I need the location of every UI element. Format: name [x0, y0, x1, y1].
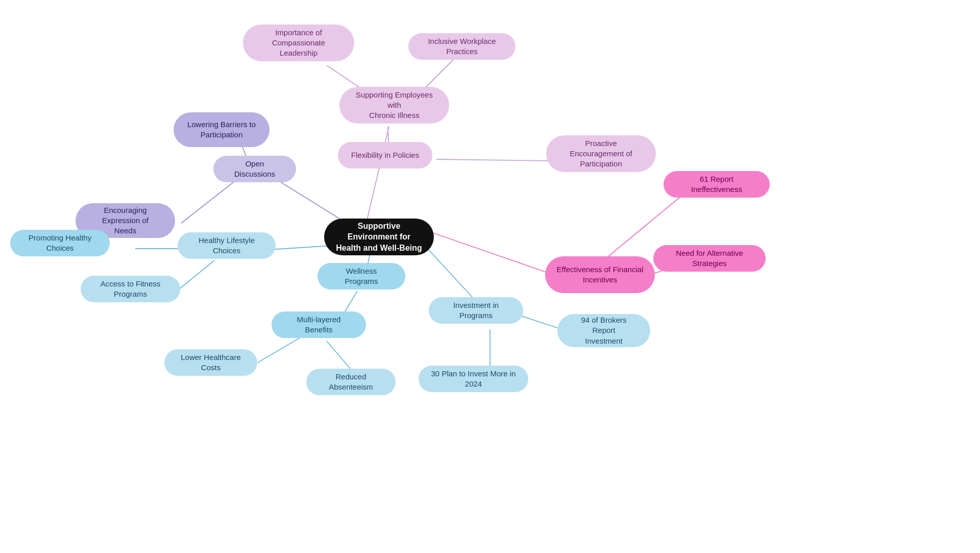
node-wellness-programs: Wellness Programs: [317, 263, 405, 290]
node-need-alternative: Need for Alternative Strategies: [653, 245, 766, 272]
svg-line-8: [431, 232, 556, 276]
node-importance-leadership: Importance of CompassionateLeadership: [243, 25, 354, 61]
node-brokers-report: 94 of Brokers ReportInvestment: [557, 314, 650, 347]
node-reduced-absenteeism: Reduced Absenteeism: [306, 369, 396, 395]
node-inclusive-workplace: Inclusive Workplace Practices: [408, 33, 516, 60]
node-proactive-encouragement: Proactive Encouragement ofParticipation: [546, 135, 656, 172]
node-lower-healthcare: Lower Healthcare Costs: [164, 349, 257, 376]
node-open-discussions: Open Discussions: [213, 156, 296, 182]
center-node: Supportive Environment forHealth and Wel…: [324, 219, 434, 255]
node-multi-layered: Multi-layered Benefits: [272, 311, 366, 338]
svg-line-3: [366, 127, 389, 222]
node-promoting-healthy: Promoting Healthy Choices: [10, 230, 110, 256]
node-plan-invest: 30 Plan to Invest More in 2024: [419, 366, 528, 392]
node-access-fitness: Access to Fitness Programs: [81, 276, 180, 302]
svg-line-2: [181, 175, 242, 223]
node-report-ineffectiveness: 61 Report Ineffectiveness: [664, 171, 770, 198]
node-investment-programs: Investment in Programs: [429, 297, 523, 324]
node-healthy-lifestyle: Healthy Lifestyle Choices: [178, 232, 276, 259]
svg-line-7: [436, 159, 556, 161]
node-flexibility-policies: Flexibility in Policies: [338, 142, 432, 169]
svg-line-16: [258, 337, 301, 363]
node-effectiveness-financial: Effectiveness of FinancialIncentives: [545, 256, 655, 293]
node-lowering-barriers: Lowering Barriers toParticipation: [174, 112, 270, 147]
node-supporting-chronic: Supporting Employees withChronic Illness: [339, 87, 449, 124]
